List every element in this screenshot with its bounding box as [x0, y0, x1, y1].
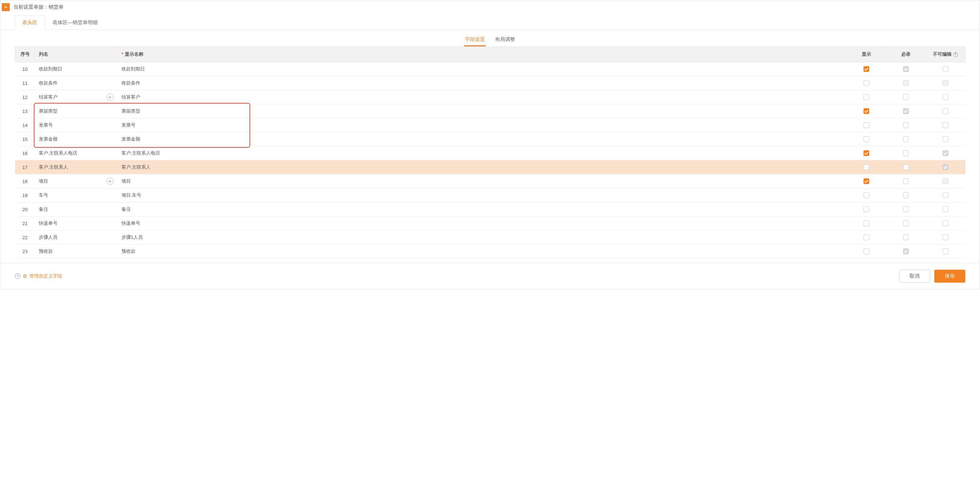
checkbox-show[interactable] — [864, 164, 869, 170]
cell-show — [846, 132, 886, 146]
section-tab-1[interactable]: 表体区—销货单明细 — [45, 16, 105, 30]
cell-display-name[interactable]: 结算客户 — [118, 90, 846, 104]
checkbox-readonly[interactable] — [943, 234, 948, 240]
table-row[interactable]: 23预收款预收款 — [15, 245, 965, 258]
checkbox-required[interactable] — [903, 206, 909, 212]
checkbox-readonly[interactable] — [943, 136, 948, 142]
cell-required — [886, 104, 926, 118]
table-row[interactable]: 22步骤人员步骤1人员 — [15, 231, 965, 245]
table-row[interactable]: 16客户.主联系人电话客户.主联系人电话 — [15, 146, 965, 160]
checkbox-readonly[interactable] — [943, 220, 948, 226]
cell-required — [886, 174, 926, 188]
checkbox-readonly[interactable] — [943, 193, 948, 198]
cell-display-name[interactable]: 快递单号 — [118, 217, 846, 231]
table-row[interactable]: 18项目+项目 — [15, 174, 965, 188]
checkbox-show[interactable] — [864, 193, 869, 198]
table-row[interactable]: 15发票金额发票金额 — [15, 132, 965, 146]
checkbox-required[interactable] — [903, 150, 909, 156]
checkbox-required[interactable] — [903, 94, 909, 100]
checkbox-required — [903, 108, 909, 114]
cell-seq: 14 — [15, 118, 35, 132]
checkbox-required[interactable] — [903, 178, 909, 184]
table-row[interactable]: 20备注备注 — [15, 202, 965, 217]
checkbox-show[interactable] — [864, 122, 869, 128]
checkbox-readonly[interactable] — [943, 108, 948, 114]
table-header-row: 序号 列名 *显示名称 显示 必录 不可编辑? — [15, 47, 965, 62]
checkbox-readonly — [943, 178, 948, 184]
cell-show — [846, 76, 886, 90]
cell-seq: 13 — [15, 104, 35, 118]
checkbox-readonly[interactable] — [943, 122, 948, 128]
checkbox-readonly[interactable] — [943, 206, 948, 212]
cell-display-name[interactable]: 步骤1人员 — [118, 231, 846, 245]
cell-display-name[interactable]: 项目.车号 — [118, 188, 846, 202]
cell-seq: 15 — [15, 132, 35, 146]
table-row[interactable]: 14发票号发票号 — [15, 118, 965, 132]
cell-display-name[interactable]: 发票金额 — [118, 132, 846, 146]
checkbox-show[interactable] — [864, 206, 869, 212]
cell-display-name[interactable]: 收款到期日 — [118, 62, 846, 76]
sub-tab-0[interactable]: 字段设置 — [464, 34, 486, 46]
table-row[interactable]: 10收款到期日收款到期日 — [15, 62, 965, 76]
col-header-required: 必录 — [886, 47, 926, 62]
question-icon[interactable]: ? — [15, 273, 21, 279]
manage-custom-fields-link[interactable]: 管理自定义字段 — [29, 273, 62, 279]
cell-display-name[interactable]: 项目 — [118, 174, 846, 188]
cell-readonly — [926, 90, 965, 104]
table-row[interactable]: 19车号项目.车号 — [15, 188, 965, 202]
cell-display-name[interactable]: 收款条件 — [118, 76, 846, 90]
sub-tabs: 字段设置布局调整 — [0, 29, 980, 46]
checkbox-required — [903, 248, 909, 254]
sub-tab-1[interactable]: 布局调整 — [494, 34, 516, 46]
table-row[interactable]: 12结算客户+结算客户 — [15, 90, 965, 104]
cell-display-name[interactable]: 客户.主联系人 — [118, 160, 846, 174]
cell-readonly — [926, 231, 965, 245]
help-icon[interactable]: ? — [953, 52, 958, 57]
section-tab-0[interactable]: 表头区 — [15, 16, 45, 30]
checkbox-show[interactable] — [864, 220, 869, 226]
checkbox-show[interactable] — [864, 80, 869, 86]
cell-required — [886, 188, 926, 202]
cell-display-name[interactable]: 预收款 — [118, 245, 846, 258]
checkbox-show[interactable] — [864, 234, 869, 240]
checkbox-show[interactable] — [864, 94, 869, 100]
checkbox-required — [903, 66, 909, 72]
checkbox-required[interactable] — [903, 122, 909, 128]
checkbox-required[interactable] — [903, 193, 909, 198]
checkbox-show[interactable] — [864, 248, 869, 254]
cell-show — [846, 245, 886, 258]
cell-required — [886, 245, 926, 258]
cell-display-name[interactable]: 票据类型 — [118, 104, 846, 118]
add-child-button[interactable]: + — [107, 178, 114, 185]
table-row[interactable]: 11收款条件收款条件 — [15, 76, 965, 90]
table-row[interactable]: 13票据类型票据类型 — [15, 104, 965, 118]
footer-bar: ? ⚙ 管理自定义字段 取消 保存 — [0, 263, 980, 289]
checkbox-readonly[interactable] — [943, 248, 948, 254]
save-button[interactable]: 保存 — [934, 270, 965, 283]
checkbox-show[interactable] — [864, 108, 869, 114]
cell-name: 步骤人员 — [35, 231, 118, 245]
checkbox-show[interactable] — [864, 178, 869, 184]
checkbox-required[interactable] — [903, 164, 909, 170]
checkbox-required[interactable] — [903, 220, 909, 226]
add-child-button[interactable]: + — [107, 94, 114, 101]
cancel-button[interactable]: 取消 — [899, 270, 930, 283]
cell-display-name[interactable]: 备注 — [118, 202, 846, 217]
table-row[interactable]: 21快递单号快递单号 — [15, 217, 965, 231]
footer-right: 取消 保存 — [899, 270, 965, 283]
checkbox-readonly[interactable] — [943, 66, 948, 72]
checkbox-show[interactable] — [864, 136, 869, 142]
checkbox-show[interactable] — [864, 66, 869, 72]
cell-show — [846, 104, 886, 118]
checkbox-show[interactable] — [864, 150, 869, 156]
collapse-sidebar-button[interactable] — [2, 3, 10, 11]
cell-display-name[interactable]: 发票号 — [118, 118, 846, 132]
cell-required — [886, 118, 926, 132]
checkbox-required[interactable] — [903, 234, 909, 240]
cell-display-name[interactable]: 客户.主联系人电话 — [118, 146, 846, 160]
table-row[interactable]: 17客户.主联系人客户.主联系人 — [15, 160, 965, 174]
col-header-display: *显示名称 — [118, 47, 846, 62]
checkbox-required[interactable] — [903, 136, 909, 142]
checkbox-readonly[interactable] — [943, 94, 948, 100]
col-header-display-text: 显示名称 — [125, 51, 143, 57]
